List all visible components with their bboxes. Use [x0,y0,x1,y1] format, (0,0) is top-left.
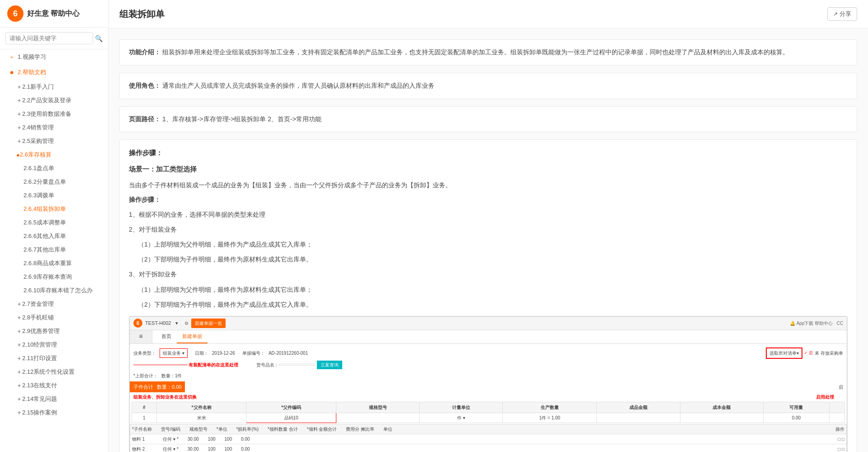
sidebar-item-265[interactable]: 2.6.5成本调整单 [0,216,108,229]
sidebar-item-payment[interactable]: ＋ 2.13在线支付 [0,379,108,392]
mock-type-select: 组装业务 ▾ [160,348,188,358]
plus-icon: ＋ [16,314,22,322]
sidebar-item-266[interactable]: 2.6.6其他入库单 [0,229,108,243]
lower-row-1: 物料 1 任何 ▾ * 30.00 100 100 0.00 □ □ [130,434,847,444]
plus-icon: ＋ [16,409,22,417]
sidebar-item-coupon[interactable]: ＋ 2.9优惠券管理 [0,324,108,338]
nav-section: ＋ 1.视频学习 ● 2.帮助文档 ＋ 2.1新手入门 ＋ 2.2产品安装及登录… [0,49,108,419]
mock-setting-icon: ⚙ [184,319,189,327]
mock-section-header: 子件合计 数量：0.00 [130,381,185,393]
mock-topbar: 6 TEST-H002 ▾ ⚙ 新建单据一览 🔔 App下载 帮助中心 CC [130,317,847,330]
plus-icon: ＋ [16,341,22,349]
sidebar-item-docs[interactable]: ● 2.帮助文档 [0,65,108,80]
sidebar-item-purchase[interactable]: ＋ 2.5采购管理 [0,134,108,148]
sidebar-header: 6 好生意 帮助中心 [0,0,108,28]
plus-icon: ＋ [16,137,22,145]
minus-icon: ● [16,152,20,158]
mock-sidebar-icon: ≡ [130,330,152,343]
path-block: 页面路径： 1、库存核算->库存管理->组装拆卸单 2、首页->常用功能 [119,106,857,133]
mock-lower-table: 物料 1 任何 ▾ * 30.00 100 100 0.00 □ □ 物料 2 [130,434,847,452]
ops-block: 操作步骤： 场景一：加工类型选择 当由多个子件材料组装成一个成品的业务为【组装】… [119,139,857,452]
mock-tab-new: 新建单据 [177,330,208,343]
plus-icon: ＋ [16,110,22,118]
step3: 3、对于拆卸业务 [129,269,848,280]
mock-app: 6 TEST-H002 ▾ ⚙ 新建单据一览 🔔 App下载 帮助中心 CC ≡ [129,316,847,452]
mock-tab-home: 首页 [156,330,177,343]
sidebar-item-install[interactable]: ＋ 2.2产品安装及登录 [0,94,108,107]
lower-row-2: 物料 2 任何 ▾ * 30.00 100 100 0.00 □ □ [130,444,847,452]
mock-annotation2: 组装业务、拆卸业务在这里切换 启用处理 [130,392,847,402]
mock-new-btn: 新建单据一览 [191,319,226,328]
mock-upper-table: # *父件名称 *父件编码 规格型号 计量单位 生产数量 成品金额 成本金额 可 [130,402,847,423]
step3-sub2: （2）下部明细为子件明细，最终作为产成品生成其它入库单。 [129,299,848,310]
sidebar-item-264[interactable]: 2.6.4组装拆卸单 [0,202,108,216]
sidebar-item-stock[interactable]: ● 2.6库存核算 [0,148,108,162]
plus-icon: ＋ [16,368,22,376]
sidebar-item-custom[interactable]: ＋ 2.12系统个性化设置 [0,365,108,379]
main-header: 组装拆卸单 ↗ 分享 [108,0,868,29]
sidebar-item-finance[interactable]: ＋ 2.7资金管理 [0,297,108,311]
share-button[interactable]: ↗ 分享 [827,7,857,21]
sidebar-item-2610[interactable]: 2.6.10库存账本错了怎么办 [0,284,108,297]
mock-search-input [279,364,315,366]
scene-desc: 当由多个子件材料组装成一个成品的业务为【组装】业务，当由一个父件拆分成多个子产品… [129,180,848,191]
minus-icon: ● [9,69,15,76]
sidebar-item-263[interactable]: 2.6.3调拨单 [0,189,108,202]
sidebar-item-mobile[interactable]: ＋ 2.8手机旺铺 [0,311,108,324]
sidebar-item-267[interactable]: 2.6.7其他出库单 [0,243,108,257]
main-content: 组装拆卸单 ↗ 分享 功能介绍： 组装拆卸单用来处理企业组装或拆卸等加工业务，支… [108,0,868,452]
sidebar-item-sales[interactable]: ＋ 2.4销售管理 [0,121,108,134]
step2: 2、对于组装业务 [129,224,848,235]
sidebar-item-ops[interactable]: ＋ 2.10经营管理 [0,338,108,352]
mock-quota-select: 选取所对清单▾ [766,347,802,359]
mock-dropdown-icon: ▾ [175,319,178,328]
mock-form-area: 业务类型： 组装业务 ▾ 日期： 2019-12-26 单据编号： AD-201… [130,344,847,452]
sidebar-item-videos[interactable]: ＋ 1.视频学习 [0,49,108,65]
plus-icon: ＋ [16,83,22,91]
plus-icon: ＋ [16,300,22,308]
sidebar-item-cases[interactable]: ＋ 2.15操作案例 [0,406,108,419]
sidebar-item-print[interactable]: ＋ 2.11打印设置 [0,352,108,365]
sidebar-item-data-prep[interactable]: ＋ 2.3使用前数据准备 [0,107,108,121]
ops-title: 操作步骤： [129,147,848,159]
path-text: 1、库存核算->库存管理->组装拆卸单 2、首页->常用功能 [162,115,321,123]
mock-nav-icons: 🔔 App下载 帮助中心 CC [790,319,843,327]
intro-label: 功能介绍： [129,48,160,56]
sidebar: 6 好生意 帮助中心 🔍 ＋ 1.视频学习 ● 2.帮助文档 ＋ 2.1新手入门… [0,0,108,452]
plus-icon: ＋ [16,381,22,390]
mock-app-name: TEST-H002 [145,319,171,328]
sidebar-item-262[interactable]: 2.6.2分量盘点单 [0,175,108,189]
logo-icon: 6 [7,5,24,22]
mock-lower-table-header: *子件名称 货号/编码 规格型号 *单位 *损耗率(%) *领料数量 合计 *领… [130,424,847,434]
search-input[interactable] [5,32,93,44]
logo-text: 好生意 帮助中心 [27,9,80,19]
plus-icon: ＋ [9,54,15,60]
page-title: 组装拆卸单 [119,8,165,20]
plus-icon: ＋ [16,395,22,403]
scene-title: 场景一：加工类型选择 [129,165,197,173]
sidebar-item-faq[interactable]: ＋ 2.14常见问题 [0,392,108,406]
path-label: 页面路径： [129,115,160,123]
step1: 1、根据不同的业务，选择不同单据的类型来处理 [129,209,848,220]
sidebar-item-268[interactable]: 2.6.8商品成本重算 [0,257,108,270]
sidebar-item-newbie[interactable]: ＋ 2.1新手入门 [0,80,108,94]
step2-sub2: （2）下部明细为子件明细，最终作为原材料生成其它出库单。 [129,254,848,265]
screenshot-container: 6 TEST-H002 ▾ ⚙ 新建单据一览 🔔 App下载 帮助中心 CC ≡ [129,316,848,452]
mock-section-row: 子件合计 数量：0.00 启 [130,381,847,393]
role-text: 通常由生产人员或库管人员完成拆装业务的操作，库管人员确认原材料的出库和产成品的入… [162,82,434,89]
content-area: 功能介绍： 组装拆卸单用来处理企业组装或拆卸等加工业务，支持有固定装配清单的产品… [108,29,868,452]
role-label: 使用角色： [129,82,160,89]
sidebar-item-261[interactable]: 2.6.1盘点单 [0,162,108,175]
role-block: 使用角色： 通常由生产人员或库管人员完成拆装业务的操作，库管人员确认原材料的出库… [119,73,857,99]
search-button[interactable]: 🔍 [95,35,103,42]
share-icon: ↗ [833,11,838,17]
search-box: 🔍 [0,28,108,49]
ops-steps-title: 操作步骤： [129,195,848,205]
intro-block: 功能介绍： 组装拆卸单用来处理企业组装或拆卸等加工业务，支持有固定装配清单的产品… [119,39,857,66]
sidebar-item-269[interactable]: 2.6.9库存账本查询 [0,270,108,284]
mock-logo: 6 [133,319,142,328]
step2-sub1: （1）上部明细为父件明细，最终作为产成品生成其它入库单； [129,239,848,250]
plus-icon: ＋ [16,327,22,335]
plus-icon: ＋ [16,124,22,132]
mock-annotation-text1: 有装配清单的在这里处理 货号品名： 立案查询 [130,361,847,370]
